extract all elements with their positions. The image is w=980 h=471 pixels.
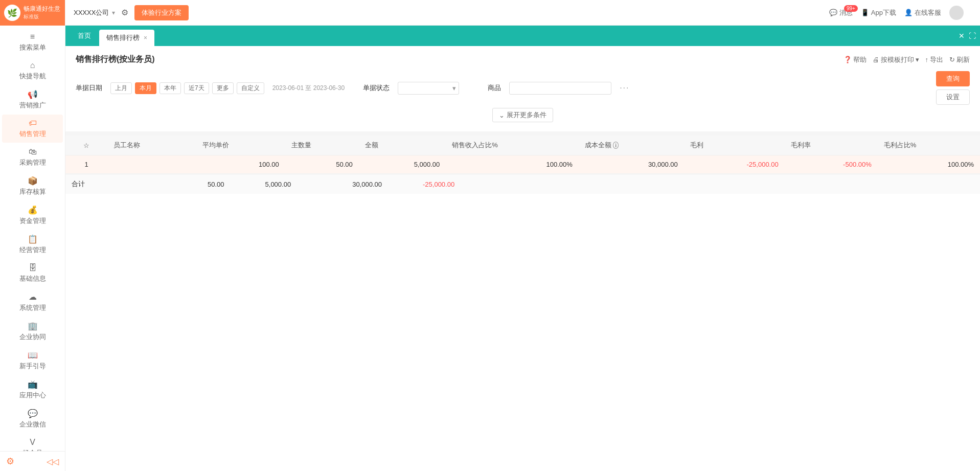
table-row: 1100.0050.005,000.00100.00%30,000.00-25,… bbox=[65, 155, 980, 174]
settings-icon[interactable]: ⚙ bbox=[6, 456, 14, 467]
service-icon: 👤 bbox=[904, 9, 913, 16]
sidebar-item-system[interactable]: ☁系统管理 bbox=[2, 288, 63, 317]
sidebar-item-purchase[interactable]: 🛍采购管理 bbox=[2, 143, 63, 171]
table-header-row: ☆ 员工名称 平均单价 主数量 全额 销售收入占比% 成本全额 i 毛利 毛利率… bbox=[65, 136, 980, 155]
table-footer: 合计 50.00 5,000.00 30,000.00 -25,000.00 bbox=[65, 174, 980, 194]
service-label: 在线客服 bbox=[915, 8, 941, 17]
filter-area: 单据日期 上月 本月 本年 近7天 更多 自定义 2023-06-01 至 20… bbox=[65, 65, 980, 131]
search-order-icon: ≡ bbox=[30, 32, 35, 41]
message-icon: 💬 bbox=[829, 9, 837, 16]
footer-label: 合计 bbox=[72, 180, 85, 189]
sidebar-item-label: 经营管理 bbox=[19, 245, 46, 255]
sidebar-item-marketing[interactable]: 📢营销推广 bbox=[2, 85, 63, 114]
company-arrow-icon: ▾ bbox=[112, 9, 115, 16]
sidebar-nav: ≡搜索菜单⌂快捷导航📢营销推广🏷销售管理🛍采购管理📦库存核算💰资金管理📋经营管理… bbox=[0, 26, 65, 451]
enterprise-icon: 🏢 bbox=[28, 321, 38, 331]
col-avg-price: 平均单价 bbox=[196, 136, 285, 155]
status-select[interactable] bbox=[398, 82, 459, 95]
expand-row: ⌄ 展开更多条件 bbox=[76, 105, 970, 125]
sidebar-item-finance[interactable]: 💰资金管理 bbox=[2, 201, 63, 230]
col-rank: ☆ bbox=[65, 136, 107, 155]
sidebar-footer: ⚙ ◁◁ bbox=[0, 451, 65, 471]
tab-home[interactable]: 首页 bbox=[70, 26, 99, 46]
refresh-btn[interactable]: ↻ 刷新 bbox=[949, 55, 970, 64]
sidebar-item-label: 搜索菜单 bbox=[19, 43, 46, 52]
company-name: XXXXX公司 bbox=[74, 8, 109, 17]
date-btn-this-year[interactable]: 本年 bbox=[159, 82, 181, 94]
footer-qty: 50.00 bbox=[208, 181, 224, 188]
sidebar-item-label: 应用中心 bbox=[19, 391, 46, 400]
print-icon: 🖨 bbox=[873, 56, 879, 63]
expand-more-btn[interactable]: ⌄ 展开更多条件 bbox=[492, 108, 553, 122]
refresh-icon: ↻ bbox=[949, 56, 955, 63]
footer-amount: 5,000.00 bbox=[265, 181, 291, 188]
date-filter-btns: 上月 本月 本年 近7天 更多 自定义 bbox=[110, 82, 264, 94]
date-btn-more[interactable]: 更多 bbox=[212, 82, 234, 94]
sidebar-item-quick-nav[interactable]: ⌂快捷导航 bbox=[2, 57, 63, 85]
sidebar-item-enterprise[interactable]: 🏢企业协同 bbox=[2, 317, 63, 346]
system-icon: ☁ bbox=[29, 292, 37, 302]
sidebar-item-app-center[interactable]: 📺应用中心 bbox=[2, 375, 63, 404]
filter-row-1: 单据日期 上月 本月 本年 近7天 更多 自定义 2023-06-01 至 20… bbox=[76, 71, 970, 105]
operations-icon: 📋 bbox=[28, 234, 38, 244]
goods-input[interactable] bbox=[509, 82, 611, 95]
page-title: 销售排行榜(按业务员) bbox=[76, 54, 155, 65]
tab-sales-ranking[interactable]: 销售排行榜 × bbox=[99, 30, 154, 46]
logo-icon: 🌿 bbox=[4, 5, 20, 21]
company-selector[interactable]: XXXXX公司 ▾ bbox=[74, 8, 115, 17]
col-qty: 主数量 bbox=[285, 136, 359, 155]
marketing-icon: 📢 bbox=[28, 89, 38, 99]
col-gross-pct: 毛利占比% bbox=[878, 136, 980, 155]
expand-icon[interactable]: ⛶ bbox=[969, 32, 976, 40]
query-btn[interactable]: 查询 bbox=[936, 71, 970, 86]
tabbar: 首页 销售排行榜 × ✕ ⛶ bbox=[65, 26, 980, 46]
app-download-btn[interactable]: 📱 App下载 bbox=[861, 8, 896, 17]
member-icon: V bbox=[30, 438, 35, 447]
avatar[interactable] bbox=[949, 6, 964, 20]
sidebar-item-sales[interactable]: 🏷销售管理 bbox=[2, 115, 63, 143]
logo-name: 畅康通好生意 bbox=[24, 5, 60, 13]
export-btn[interactable]: ↑ 导出 bbox=[925, 55, 944, 64]
collapse-icon[interactable]: ◁◁ bbox=[47, 457, 59, 466]
sidebar-item-label: 采购管理 bbox=[19, 158, 46, 167]
close-window-icon[interactable]: ✕ bbox=[959, 32, 965, 40]
inventory-icon: 📦 bbox=[28, 176, 38, 186]
export-icon: ↑ bbox=[925, 56, 929, 63]
settings-btn[interactable]: 设置 bbox=[936, 89, 970, 105]
sidebar-logo: 🌿 畅康通好生意 标准版 bbox=[0, 0, 65, 26]
date-btn-7days[interactable]: 近7天 bbox=[184, 82, 209, 94]
date-btn-last-month[interactable]: 上月 bbox=[110, 82, 132, 94]
sidebar-item-base-info[interactable]: 🗄基础信息 bbox=[2, 259, 63, 287]
purchase-icon: 🛍 bbox=[29, 147, 37, 156]
expand-icon: ⌄ bbox=[499, 111, 505, 119]
sales-icon: 🏷 bbox=[29, 119, 37, 128]
sidebar-item-label: 销售管理 bbox=[19, 129, 46, 139]
sidebar-item-operations[interactable]: 📋经营管理 bbox=[2, 230, 63, 259]
help-btn[interactable]: ❓ 帮助 bbox=[844, 55, 867, 64]
date-btn-custom[interactable]: 自定义 bbox=[237, 82, 264, 94]
template-print-btn[interactable]: 🖨 按模板打印 ▾ bbox=[873, 55, 919, 64]
tab-close-icon[interactable]: × bbox=[144, 34, 147, 41]
trial-btn[interactable]: 体验行业方案 bbox=[134, 5, 189, 20]
sidebar-item-label: 资金管理 bbox=[19, 216, 46, 226]
sidebar-item-search-order[interactable]: ≡搜索菜单 bbox=[2, 28, 63, 56]
sidebar-item-label: 新手引导 bbox=[19, 362, 46, 371]
service-btn[interactable]: 👤 在线客服 bbox=[904, 8, 941, 17]
tab-label: 销售排行榜 bbox=[106, 33, 140, 42]
message-badge: 99+ bbox=[844, 5, 858, 12]
col-cost: 成本全额 i bbox=[579, 136, 684, 155]
sidebar-item-label: 企业协同 bbox=[19, 332, 46, 342]
status-select-wrap bbox=[398, 82, 459, 95]
date-btn-this-month[interactable]: 本月 bbox=[135, 82, 156, 94]
sidebar-item-inventory[interactable]: 📦库存核算 bbox=[2, 172, 63, 200]
col-sales-pct: 销售收入占比% bbox=[446, 136, 579, 155]
sidebar-item-member[interactable]: V畅会员 bbox=[2, 434, 63, 451]
sidebar-item-wechat[interactable]: 💬企业微信 bbox=[2, 405, 63, 433]
goods-more-icon[interactable]: ··· bbox=[620, 83, 629, 93]
topbar-gear-icon[interactable]: ⚙ bbox=[121, 8, 128, 17]
print-dropdown-icon: ▾ bbox=[916, 56, 919, 63]
wechat-icon: 💬 bbox=[28, 409, 38, 418]
message-btn[interactable]: 💬 消息 99+ bbox=[829, 8, 853, 17]
sidebar-item-guide[interactable]: 📖新手引导 bbox=[2, 346, 63, 375]
col-gross: 毛利 bbox=[684, 136, 785, 155]
